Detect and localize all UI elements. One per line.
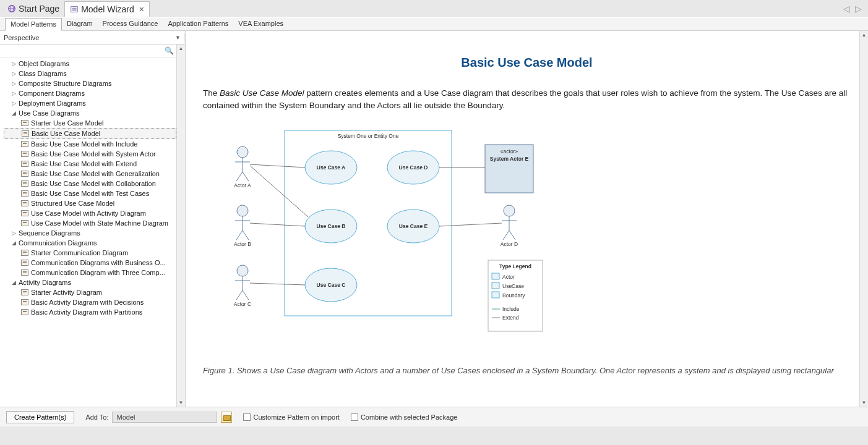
tree-label: Use Case Diagrams	[19, 109, 79, 117]
diagram-icon	[21, 269, 28, 276]
svg-line-26	[236, 290, 243, 300]
browse-button[interactable]	[221, 412, 232, 423]
tree-label: Communication Diagrams with Business O..…	[31, 259, 166, 266]
figure-caption: Figure 1. Shows a Use Case diagram with …	[203, 366, 851, 375]
next-tab-icon[interactable]: ▷	[855, 4, 862, 14]
customize-checkbox[interactable]: Customize Pattern on import	[243, 413, 339, 421]
tree-node-use-case-diagrams[interactable]: ◢Use Case Diagrams	[4, 108, 185, 118]
usecase-label: Use Case D	[399, 164, 428, 171]
content-scrollbar[interactable]: ▲ ▼	[859, 31, 868, 407]
tree-leaf[interactable]: Basic Activity Diagram with Partitions	[4, 307, 185, 317]
tree-leaf[interactable]: Basic Use Case Model with Extend	[4, 159, 185, 169]
checkbox-icon	[243, 413, 251, 421]
legend-item: Extend	[502, 315, 519, 321]
addto-label: Add To:	[85, 413, 108, 421]
tree-label: Starter Activity Diagram	[31, 289, 102, 296]
tree-node-communication-diagrams[interactable]: ◢Communication Diagrams	[4, 238, 185, 248]
tree-leaf[interactable]: Basic Use Case Model with System Actor	[4, 149, 185, 159]
combine-checkbox[interactable]: Combine with selected Package	[351, 413, 458, 421]
tree-leaf[interactable]: Use Case Model with Activity Diagram	[4, 208, 185, 218]
close-icon[interactable]: ×	[139, 4, 144, 14]
scroll-up-icon[interactable]: ▲	[862, 31, 867, 39]
svg-point-23	[237, 265, 248, 276]
usecase-label: Use Case B	[317, 223, 346, 229]
diagram-icon	[21, 180, 28, 187]
pattern-tree: ▷Object Diagrams ▷Class Diagrams ▷Compos…	[0, 57, 185, 407]
subtab-process-guidance[interactable]: Process Guidance	[98, 18, 163, 30]
tree-leaf-selected[interactable]: Basic Use Case Model	[4, 128, 176, 139]
tree-leaf[interactable]: Basic Use Case Model with Collaboration	[4, 179, 185, 189]
tree-label: Use Case Model with State Machine Diagra…	[31, 219, 168, 227]
subtab-vea-examples[interactable]: VEA Examples	[233, 18, 288, 30]
svg-line-22	[243, 231, 249, 240]
tab-model-wizard[interactable]: Model Wizard ×	[64, 1, 150, 17]
svg-line-16	[236, 172, 243, 181]
subtab-model-patterns[interactable]: Model Patterns	[5, 18, 62, 31]
subtab-application-patterns[interactable]: Application Patterns	[163, 18, 233, 30]
tree-leaf[interactable]: Communication Diagrams with Business O..…	[4, 258, 185, 268]
tree-label: Basic Use Case Model with Test Cases	[31, 190, 149, 197]
svg-line-21	[236, 231, 243, 240]
desc-italic: Basic Use Case Model	[220, 88, 304, 98]
expand-icon: ▷	[10, 230, 17, 236]
diagram-icon	[21, 309, 28, 315]
tree-leaf[interactable]: Communication Diagram with Three Comp...	[4, 268, 185, 278]
tree-label: Basic Use Case Model with System Actor	[31, 150, 156, 158]
svg-line-37	[250, 283, 305, 285]
actor-d: Actor D	[501, 205, 518, 247]
tree-label: Component Diagrams	[19, 90, 85, 97]
tree-label: Composite Structure Diagrams	[19, 80, 111, 87]
bottom-action-bar: Create Pattern(s) Add To: Customize Patt…	[0, 407, 868, 426]
svg-rect-41	[492, 273, 499, 279]
status-bar	[0, 426, 868, 445]
scroll-down-icon[interactable]: ▼	[862, 399, 867, 407]
pattern-tree-panel: Perspective ▼ 🔍 ▷Object Diagrams ▷Class …	[0, 31, 186, 407]
tree-leaf[interactable]: Basic Use Case Model with Include	[4, 139, 185, 149]
prev-tab-icon[interactable]: ◁	[843, 4, 850, 14]
diagram-icon	[21, 120, 28, 126]
use-case-diagram: System One or Entity One Use Case A Use …	[203, 127, 851, 350]
tree-node[interactable]: ▷Class Diagrams	[4, 69, 185, 78]
diagram-icon	[21, 171, 28, 177]
actor-label: Actor D	[501, 241, 518, 247]
diagram-icon	[21, 200, 28, 206]
tree-leaf[interactable]: Basic Use Case Model with Generalization	[4, 169, 185, 179]
expand-icon: ▷	[10, 70, 17, 77]
create-pattern-button[interactable]: Create Pattern(s)	[6, 411, 74, 423]
collapse-icon: ◢	[10, 240, 17, 246]
tree-leaf[interactable]: Basic Use Case Model with Test Cases	[4, 189, 185, 198]
addto-input[interactable]	[112, 412, 217, 423]
tree-node-activity-diagrams[interactable]: ◢Activity Diagrams	[4, 278, 185, 287]
tree-label: Structured Use Case Model	[31, 200, 114, 207]
scroll-down-icon[interactable]: ▼	[179, 399, 184, 407]
checkbox-label: Customize Pattern on import	[253, 413, 339, 421]
tree-node[interactable]: ▷Composite Structure Diagrams	[4, 78, 185, 88]
legend-item: UseCase	[502, 283, 524, 289]
tree-node[interactable]: ▷Component Diagrams	[4, 88, 185, 98]
actor-c: Actor C	[234, 265, 251, 307]
perspective-dropdown[interactable]: Perspective ▼	[0, 33, 185, 43]
usecase-label: Use Case E	[399, 223, 428, 229]
tree-node[interactable]: ▷Deployment Diagrams	[4, 98, 185, 108]
tree-node[interactable]: ▷Object Diagrams	[4, 59, 185, 69]
tree-leaf[interactable]: Basic Activity Diagram with Decisions	[4, 297, 185, 307]
tree-leaf[interactable]: Use Case Model with State Machine Diagra…	[4, 218, 185, 228]
actor-a: Actor A	[234, 146, 251, 189]
scroll-up-icon[interactable]: ▲	[179, 44, 184, 53]
expand-icon: ▷	[10, 61, 17, 67]
tree-leaf[interactable]: Starter Communication Diagram	[4, 248, 185, 258]
tree-leaf[interactable]: Starter Activity Diagram	[4, 287, 185, 297]
collapse-icon: ◢	[10, 279, 17, 286]
tree-leaf[interactable]: Structured Use Case Model	[4, 198, 185, 208]
search-icon[interactable]: 🔍	[165, 46, 174, 55]
tree-node-sequence-diagrams[interactable]: ▷Sequence Diagrams	[4, 228, 185, 238]
tree-leaf[interactable]: Starter Use Case Model	[4, 118, 185, 128]
pattern-tab-bar: Model Patterns Diagram Process Guidance …	[0, 17, 868, 31]
tree-scrollbar[interactable]: ▲ ▼	[176, 44, 185, 407]
tab-start-page[interactable]: Start Page	[2, 1, 64, 16]
diagram-icon	[21, 220, 28, 226]
subtab-diagram[interactable]: Diagram	[62, 18, 98, 30]
checkbox-icon	[351, 413, 358, 421]
diagram-icon	[21, 161, 28, 167]
tree-label: Activity Diagrams	[19, 279, 71, 286]
